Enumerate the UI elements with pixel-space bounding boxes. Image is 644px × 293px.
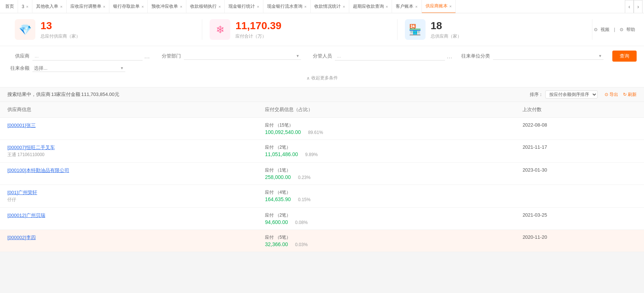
- collapse-chevron-icon: ∧: [307, 76, 310, 81]
- close-icon[interactable]: ×: [415, 4, 417, 9]
- table-header-row: 供应商信息 应付交易信息（占比） 上次付数: [0, 102, 644, 118]
- payable-amount: 94,600.00: [265, 219, 288, 225]
- supplier-link[interactable]: [000002]李四: [7, 235, 36, 240]
- supplier-table: 供应商信息 应付交易信息（占比） 上次付数 [000001]张三 应付 （15笔…: [0, 102, 644, 252]
- close-icon[interactable]: ×: [141, 4, 144, 9]
- nav-tab-supplier-ledger[interactable]: 供应商账本 ×: [422, 0, 456, 13]
- filter-row-1: 供应商 ... 分管部门 ▼ 分管人员 ... 往来单位分类 ▼ 查询: [7, 51, 637, 62]
- nav-tab-cash-flow-label: 现金银行流水查询: [267, 3, 302, 10]
- payable-info-cell: 应付 （1笔） 258,000.00 0.23%: [258, 163, 515, 185]
- category-dropdown-icon: ▼: [598, 54, 602, 58]
- nav-tab-cash-flow[interactable]: 现金银行流水查询 ×: [263, 0, 311, 13]
- nav-tab-collection-stat-label: 收款情况统计: [314, 3, 341, 10]
- nav-tab-collection-stat[interactable]: 收款情况统计 ×: [311, 0, 349, 13]
- supplier-info-cell: [000012]广州贝瑞: [0, 208, 258, 230]
- person-filter-input[interactable]: [335, 52, 445, 61]
- help-link[interactable]: 帮助: [626, 27, 635, 33]
- export-icon: ⊙: [605, 92, 608, 97]
- nav-prev-arrow[interactable]: ‹: [625, 0, 634, 13]
- supplier-link[interactable]: [000012]广州贝瑞: [7, 213, 45, 218]
- supplier-link[interactable]: [000007]恒旺二手叉车: [7, 145, 55, 150]
- help-link-icon: ⊙: [620, 27, 623, 32]
- supplier-info-cell: [000007]恒旺二手叉车王通 17106110000: [0, 140, 258, 163]
- payable-info-cell: 应付 （5笔） 32,366.00 0.03%: [258, 230, 515, 252]
- nav-tab-overdue[interactable]: 超期应收款查询 ×: [349, 0, 392, 13]
- close-icon[interactable]: ×: [386, 4, 388, 9]
- table-row: [000001]张三 应付 （15笔） 100,092,540.00 89.61…: [0, 118, 644, 140]
- table-row: [000002]李四 应付 （5笔） 32,366.00 0.03% 2020-…: [0, 230, 644, 252]
- balance-filter-input[interactable]: [34, 65, 119, 71]
- nav-tab-3[interactable]: 3 ×: [18, 0, 32, 13]
- nav-arrows: ‹ ›: [625, 0, 643, 13]
- result-prefix: 搜索结果中，供应商: [7, 91, 50, 98]
- nav-tab-cash-stat[interactable]: 现金银行统计 ×: [225, 0, 263, 13]
- nav-tab-other-income[interactable]: 其他收入单 ×: [32, 0, 66, 13]
- payable-info-cell: 应付 （4笔） 164,635.90 0.15%: [258, 185, 515, 208]
- export-label: 导出: [609, 92, 618, 98]
- close-icon[interactable]: ×: [304, 4, 307, 9]
- supplier-link[interactable]: [000001]张三: [7, 123, 36, 128]
- payable-label: 应付 （5笔）: [265, 234, 508, 241]
- payable-pct: 0.03%: [295, 242, 308, 247]
- filter-item-dept: 分管部门 ▼: [159, 52, 301, 60]
- total-suppliers-label: 总供应商（家）: [431, 33, 462, 39]
- close-icon[interactable]: ×: [103, 4, 105, 9]
- video-link[interactable]: 视频: [601, 27, 609, 33]
- supplier-filter-input[interactable]: [32, 52, 143, 61]
- sort-select[interactable]: 按应付余额倒序排序: [545, 90, 598, 99]
- filter-item-person: 分管人员 ...: [310, 52, 452, 61]
- nav-tab-collection-exec[interactable]: 收款核销执行 ×: [186, 0, 225, 13]
- supplier-link[interactable]: [000100]本特勤油品有限公司: [7, 168, 69, 173]
- header-last-pay: 上次付数: [515, 102, 644, 118]
- category-filter-select[interactable]: ▼: [493, 52, 604, 60]
- payable-amount: 32,366.00: [265, 241, 288, 247]
- close-icon[interactable]: ×: [257, 4, 259, 9]
- nav-tab-collection-exec-label: 收款核销执行: [190, 3, 217, 10]
- person-filter-label: 分管人员: [310, 53, 332, 59]
- filter-row-2: 往来余额 ▼: [7, 65, 637, 72]
- collapse-button[interactable]: ∧ 收起更多条件: [300, 75, 344, 81]
- last-pay-date-cell: 2021-11-17: [515, 140, 644, 163]
- refresh-button[interactable]: ↻ 刷新: [622, 92, 637, 98]
- export-button[interactable]: ⊙ 导出: [603, 92, 618, 98]
- nav-tab-adjustment[interactable]: 应收应付调整单 ×: [67, 0, 109, 13]
- person-dots-btn[interactable]: ...: [447, 52, 452, 60]
- payable-label: 应付 （2笔）: [265, 212, 508, 218]
- dept-filter-select[interactable]: ▼: [184, 52, 301, 60]
- nav-tab-prepaid[interactable]: 预收冲应收单 ×: [148, 0, 186, 13]
- query-button[interactable]: 查询: [612, 51, 637, 62]
- balance-filter-label: 往来余额: [7, 65, 29, 72]
- close-icon[interactable]: ×: [180, 4, 182, 9]
- balance-dropdown-icon: ▼: [120, 66, 124, 70]
- total-suppliers-icon: 🏪: [405, 19, 426, 40]
- total-payable-number: 11,170.39: [235, 20, 281, 32]
- supplier-contact: 仔仔: [7, 197, 250, 203]
- dept-filter-input[interactable]: [185, 53, 295, 59]
- nav-tab-customer-ledger-label: 客户账本: [396, 3, 413, 10]
- close-icon[interactable]: ×: [60, 4, 62, 9]
- payable-suppliers-number: 13: [41, 20, 80, 32]
- last-pay-date-cell: [515, 185, 644, 208]
- close-icon[interactable]: ×: [218, 4, 221, 9]
- payable-label: 应付 （2笔）: [265, 144, 508, 151]
- category-filter-input[interactable]: [494, 53, 597, 59]
- nav-tab-bank[interactable]: 银行存取款单 ×: [109, 0, 148, 13]
- payable-label: 应付 （15笔）: [265, 122, 508, 128]
- payable-amount: 258,000.00: [265, 174, 291, 180]
- nav-tab-customer-ledger[interactable]: 客户账本 ×: [392, 0, 421, 13]
- table-row: [000012]广州贝瑞 应付 （2笔） 94,600.00 0.08% 202…: [0, 208, 644, 230]
- supplier-link[interactable]: [001]广州荣轩: [7, 190, 37, 195]
- payable-pct: 9.89%: [305, 152, 318, 157]
- summary-card-payable-suppliers: 💎 13 总应付供应商（家）: [7, 19, 202, 40]
- supplier-info-cell: [000100]本特勤油品有限公司: [0, 163, 258, 185]
- close-icon[interactable]: ×: [26, 4, 28, 9]
- close-icon[interactable]: ×: [343, 4, 345, 9]
- supplier-dots-btn[interactable]: ...: [144, 52, 150, 60]
- summary-card-total-payable: ❄ 11,170.39 应付合计（万）: [202, 19, 397, 40]
- nav-next-arrow[interactable]: ›: [634, 0, 643, 13]
- close-icon[interactable]: ×: [449, 4, 452, 8]
- nav-tab-adjustment-label: 应收应付调整单: [70, 3, 101, 10]
- balance-filter-select[interactable]: ▼: [32, 65, 125, 72]
- last-pay-date-cell: 2021-03-25: [515, 208, 644, 230]
- nav-tab-home[interactable]: 首页: [1, 0, 18, 13]
